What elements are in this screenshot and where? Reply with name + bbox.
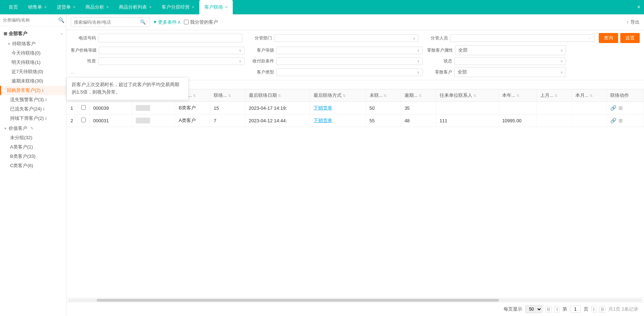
row-actions-cell: 🔗 ⊞ xyxy=(607,102,644,114)
close-product-analysis-list-tab[interactable]: × xyxy=(149,5,152,10)
action-link-icon[interactable]: 🔗 xyxy=(610,105,616,111)
sidebar-search-input[interactable] xyxy=(3,18,57,23)
row-overdue: 35 xyxy=(401,102,436,114)
row-current-year xyxy=(498,102,537,114)
sidebar-item-7days[interactable]: 近7天待联络(0) xyxy=(1,67,66,76)
sidebar-item-ungrouped[interactable]: 未分组(32) xyxy=(0,133,66,142)
close-product-analysis-tab[interactable]: × xyxy=(106,5,109,10)
sidebar-item-today[interactable]: 今天待联络(0) xyxy=(1,48,66,58)
sidebar-search-area: 🔍 xyxy=(0,14,66,26)
window-close-button[interactable]: × xyxy=(637,4,640,10)
value-customer-edit-icon[interactable]: ✎ xyxy=(30,126,34,131)
customer-grade-chevron-icon: ∨ xyxy=(417,48,420,52)
row-customer-grade: B类客户 xyxy=(175,102,210,114)
contact-method-link[interactable]: 下销货单 xyxy=(314,105,332,110)
all-customers-title[interactable]: ⊞ 全部客户 › xyxy=(0,28,66,39)
col-uncontacted[interactable]: 未联... ⇅ xyxy=(366,89,401,102)
nav-product-analysis-list[interactable]: 商品分析列表 × xyxy=(114,0,157,14)
page-number-input[interactable] xyxy=(570,306,581,313)
customer-type-select[interactable]: ∨ xyxy=(276,69,423,76)
sidebar-item-tomorrow[interactable]: 明天待联络(1) xyxy=(1,58,66,67)
last-page-btn[interactable]: ⟩⟩ xyxy=(599,306,606,313)
sort-icon-uncontacted: ⇅ xyxy=(384,94,386,98)
phone-input[interactable] xyxy=(98,34,242,42)
sidebar-item-continuous-down[interactable]: 持续下滑客户(2) ℹ xyxy=(0,114,66,123)
avatar xyxy=(136,118,150,123)
customer-grade-select[interactable]: ∨ xyxy=(276,47,423,54)
sidebar-search-icon[interactable]: 🔍 xyxy=(58,17,64,23)
filter-row-3: 性质 ∨ 收付款条件 ∨ 状态 xyxy=(71,57,640,65)
nav-customer-layered[interactable]: 客户分层经营 × xyxy=(157,0,199,14)
more-filters-btn[interactable]: ... xyxy=(71,70,74,75)
row-customer-name xyxy=(132,102,175,114)
gender-select[interactable]: ∨ xyxy=(98,57,245,65)
col-last-contact-date[interactable]: 最后联络日期 ⇅ xyxy=(245,89,310,102)
row-last-contact-method: 下销货单 xyxy=(310,102,366,114)
action-grid-icon[interactable]: ⊞ xyxy=(618,118,623,123)
col-contact-person[interactable]: 往来单位联系人 ⇅ xyxy=(436,89,498,102)
nav-product-analysis[interactable]: 商品分析 × xyxy=(80,0,114,14)
row-last-contact-date: 2023-04-12 14:44: xyxy=(245,114,310,127)
search-input[interactable] xyxy=(74,20,139,25)
prev-page-btn[interactable]: ⟨ xyxy=(555,306,560,313)
sidebar-item-b-class[interactable]: B类客户(33) xyxy=(0,152,66,161)
manager-select[interactable]: ··· xyxy=(450,34,594,42)
row-contact-person xyxy=(436,102,498,114)
payment-select[interactable]: ∨ xyxy=(276,57,423,65)
query-button[interactable]: 查询 xyxy=(599,33,618,43)
my-customers-checkbox[interactable]: 我分管的客户 xyxy=(184,19,218,25)
nav-purchase[interactable]: 进货单 × xyxy=(52,0,80,14)
price-grade-select[interactable]: ∨ xyxy=(99,47,245,54)
close-customer-contact-tab[interactable]: × xyxy=(225,5,228,10)
contact-method-link[interactable]: 下销货单 xyxy=(314,118,332,123)
action-grid-icon[interactable]: ⊞ xyxy=(618,105,623,111)
my-customers-check[interactable] xyxy=(184,20,189,24)
action-link-icon[interactable]: 🔗 xyxy=(610,118,616,123)
close-customer-layered-tab[interactable]: × xyxy=(192,5,194,10)
more-conditions-btn[interactable]: ▼ 更多条件 ∧ xyxy=(153,19,181,25)
sort-icon-date: ⇅ xyxy=(278,94,281,98)
dept-select[interactable]: ∨ xyxy=(274,34,418,42)
top-navigation: 首页 销售单 × 进货单 × 商品分析 × 商品分析列表 × 客户分层经营 × … xyxy=(0,0,644,14)
col-last-contact-method[interactable]: 最后联络方式 ⇅ xyxy=(310,89,366,102)
sort-icon-contact: ⇅ xyxy=(228,94,231,98)
sidebar-item-lost-forecast[interactable]: 流失预警客户(3) ℹ xyxy=(0,95,66,104)
sidebar-item-overdue[interactable]: 逾期未联络(30) xyxy=(1,76,66,86)
sort-icon-person: ⇅ xyxy=(473,94,476,98)
row-checkbox[interactable] xyxy=(81,105,86,110)
nav-sales[interactable]: 销售单 × xyxy=(23,0,52,14)
sidebar-item-a-class[interactable]: A类客户(1) xyxy=(0,142,66,152)
grid-icon: ⊞ xyxy=(4,31,7,36)
row-last-contact-method: 下销货单 xyxy=(310,114,366,127)
export-button[interactable]: ↑ 导出 xyxy=(627,19,640,25)
col-current-month[interactable]: 本月... ⇅ xyxy=(571,89,607,102)
horizontal-scrollbar-thumb[interactable] xyxy=(97,299,499,302)
close-sales-tab[interactable]: × xyxy=(44,5,47,10)
row-overdue: 48 xyxy=(401,114,436,127)
sort-icon-method: ⇅ xyxy=(343,94,346,98)
retail-attr-select[interactable]: 全部 ∨ xyxy=(455,45,566,55)
col-contact-count[interactable]: 联络... ⇅ xyxy=(210,89,245,102)
next-page-btn[interactable]: ⟩ xyxy=(591,306,596,313)
horizontal-scrollbar[interactable] xyxy=(68,299,643,302)
col-overdue[interactable]: 逾期... ⇅ xyxy=(401,89,436,102)
sidebar-item-repurchase-abnormal[interactable]: 回购异常客户(2) ℹ xyxy=(0,86,66,95)
first-page-btn[interactable]: ⟨⟨ xyxy=(545,306,552,313)
col-current-year[interactable]: 本年... ⇅ xyxy=(498,89,537,102)
status-select[interactable]: ∨ xyxy=(454,57,566,65)
retail-attr-field: 零散客户属性 全部 ∨ xyxy=(427,45,566,55)
sidebar-collapse-btn[interactable]: › xyxy=(61,31,62,36)
per-page-select[interactable]: 50 xyxy=(525,305,542,313)
nav-customer-contact[interactable]: 客户联络 × xyxy=(199,0,233,14)
sidebar-item-already-lost[interactable]: 已流失客户(24) ℹ xyxy=(0,104,66,114)
pending-contact-group-title[interactable]: ▼ 待联络客户 xyxy=(1,39,66,48)
sidebar-item-c-class[interactable]: C类客户(6) xyxy=(0,161,66,170)
nav-home[interactable]: 首页 xyxy=(4,0,23,14)
settings-button[interactable]: 设置 xyxy=(620,33,640,43)
lost-forecast-info-icon: ℹ xyxy=(45,98,47,102)
close-purchase-tab[interactable]: × xyxy=(73,5,75,10)
table-row: 2 000031 A类客户 7 2023-04-12 14:44: 下销货单 xyxy=(66,114,644,127)
col-last-month[interactable]: 上月... ⇅ xyxy=(537,89,572,102)
row-checkbox[interactable] xyxy=(81,118,86,122)
retail-customer-select[interactable]: 全部 ∨ xyxy=(454,67,566,77)
